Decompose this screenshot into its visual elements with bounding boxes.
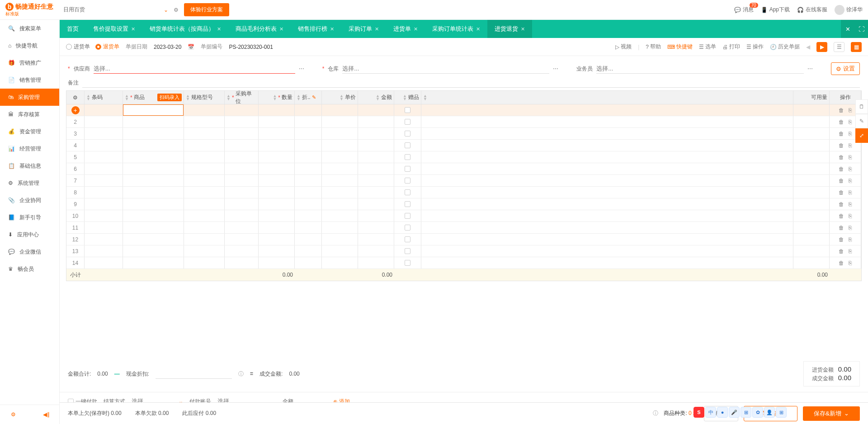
help-link[interactable]: ?帮助	[646, 43, 661, 51]
warehouse-lookup-icon[interactable]: ⋯	[553, 66, 558, 72]
close-icon[interactable]: ✕	[330, 26, 334, 32]
gift-checkbox[interactable]	[405, 119, 410, 125]
gear-icon[interactable]: ⚙	[73, 94, 78, 101]
collapse-icon[interactable]: ◀∥	[40, 409, 52, 420]
video-link[interactable]: ▷视频	[615, 43, 632, 51]
sidebar-item-5[interactable]: 🏛库存核算	[0, 106, 59, 123]
col-product[interactable]: 商品	[134, 94, 145, 101]
gift-checkbox[interactable]	[405, 189, 410, 195]
table-row[interactable]: 11🗑⎘	[66, 222, 861, 234]
calendar-icon[interactable]: 📅	[188, 44, 194, 50]
tab-0[interactable]: 首页	[60, 20, 86, 38]
copy-icon[interactable]: ⎘	[849, 225, 852, 231]
experience-button[interactable]: 体验行业方案	[184, 3, 229, 16]
copy-icon[interactable]: ⎘	[849, 248, 852, 254]
sidebar-item-4[interactable]: 🛍采购管理	[0, 89, 59, 106]
tab-7[interactable]: 采购订单统计表✕	[425, 20, 487, 38]
radio-purchase-in[interactable]: 进货单	[66, 43, 90, 51]
delete-icon[interactable]: 🗑	[839, 154, 844, 160]
sidebar-item-11[interactable]: 📘新手引导	[0, 209, 59, 226]
close-icon[interactable]: ✕	[131, 26, 135, 32]
copy-icon[interactable]: ⎘	[849, 236, 852, 243]
copy-icon[interactable]: ⎘	[849, 107, 852, 113]
col-avail[interactable]: 可用量	[811, 94, 827, 101]
gift-checkbox[interactable]	[405, 107, 410, 113]
remark-input[interactable]	[82, 78, 860, 88]
clerk-input[interactable]	[596, 64, 804, 74]
sidebar-item-1[interactable]: ⌂快捷导航	[0, 37, 59, 54]
table-row[interactable]: 12🗑⎘	[66, 234, 861, 245]
view-list-icon[interactable]: ☰	[834, 42, 844, 52]
col-discount[interactable]: 折..	[302, 94, 311, 101]
note-icon[interactable]: 🗒	[855, 99, 868, 114]
col-gift[interactable]: 赠品	[408, 94, 419, 101]
copy-icon[interactable]: ⎘	[849, 213, 852, 219]
delete-icon[interactable]: 🗑	[839, 213, 844, 219]
delete-icon[interactable]: 🗑	[839, 142, 844, 149]
help-icon[interactable]: ⓘ	[238, 370, 244, 378]
close-icon[interactable]: ✕	[375, 26, 379, 32]
delete-icon[interactable]: 🗑	[839, 119, 844, 125]
col-price[interactable]: 单价	[345, 94, 356, 101]
gift-checkbox[interactable]	[405, 236, 410, 242]
user-menu[interactable]: 徐泽华	[835, 5, 863, 15]
copy-icon[interactable]: ⎘	[849, 154, 852, 160]
history-link[interactable]: 🕘 历史单据	[770, 43, 800, 51]
view-grid-icon[interactable]: ▦	[851, 42, 862, 52]
col-unit[interactable]: 采购单位	[236, 90, 256, 105]
delete-icon[interactable]: 🗑	[839, 131, 844, 137]
col-spec[interactable]: 规格型号	[191, 94, 213, 101]
sidebar-item-14[interactable]: ♛畅会员	[0, 260, 59, 278]
gift-checkbox[interactable]	[405, 166, 410, 172]
sidebar-item-13[interactable]: 💬企业微信	[0, 243, 59, 260]
settings-gear-icon[interactable]: ⚙	[7, 409, 19, 420]
save-and-new-button[interactable]: 保存&新增 ⌄	[803, 406, 860, 421]
table-row[interactable]: 2🗑⎘	[66, 116, 861, 128]
gift-checkbox[interactable]	[405, 225, 410, 231]
gear-icon[interactable]: ⚙	[174, 7, 179, 13]
sidebar-item-0[interactable]: 🔍搜索菜单	[0, 20, 59, 37]
warehouse-input[interactable]	[342, 64, 549, 74]
gift-checkbox[interactable]	[405, 248, 410, 254]
close-icon[interactable]: ✕	[476, 26, 480, 32]
gift-checkbox[interactable]	[405, 213, 410, 219]
supplier-lookup-icon[interactable]: ⋯	[299, 66, 304, 72]
tab-3[interactable]: 商品毛利分析表✕	[228, 20, 291, 38]
settings-button[interactable]: ⚙设置	[831, 62, 860, 75]
delete-icon[interactable]: 🗑	[839, 178, 844, 184]
print-link[interactable]: 🖨 打印	[722, 43, 740, 51]
copy-icon[interactable]: ⎘	[849, 166, 852, 172]
delete-icon[interactable]: 🗑	[839, 236, 844, 243]
copy-icon[interactable]: ⎘	[849, 142, 852, 149]
scan-tag[interactable]: 扫码录入	[157, 94, 182, 101]
messages-link[interactable]: 💬消息 70	[734, 6, 754, 14]
fullscreen-button[interactable]: ⛶	[854, 20, 868, 38]
table-row[interactable]: 14🗑⎘	[66, 257, 861, 269]
close-icon[interactable]: ✕	[217, 26, 221, 32]
close-icon[interactable]: ✕	[414, 26, 418, 32]
tab-4[interactable]: 销售排行榜✕	[291, 20, 341, 38]
tab-2[interactable]: 销货单统计表（按商品）✕	[142, 20, 228, 38]
table-row[interactable]: 7🗑⎘	[66, 175, 861, 187]
table-row[interactable]: +🗑⎘	[66, 104, 861, 116]
table-row[interactable]: 9🗑⎘	[66, 198, 861, 210]
tab-8[interactable]: 进货退货✕	[487, 20, 532, 38]
copy-icon[interactable]: ⎘	[849, 178, 852, 184]
customer-service-link[interactable]: 🎧在线客服	[797, 6, 827, 14]
add-row-icon[interactable]: +	[71, 106, 80, 114]
nav-prev-icon[interactable]: ◀	[806, 44, 810, 50]
tab-1[interactable]: 售价提取设置✕	[86, 20, 142, 38]
app-download-link[interactable]: 📱App下载	[761, 6, 790, 14]
close-all-tabs-button[interactable]: ✕	[841, 20, 854, 38]
col-amount[interactable]: 金额	[381, 94, 392, 101]
gift-checkbox[interactable]	[405, 142, 410, 148]
tab-5[interactable]: 采购订单✕	[341, 20, 386, 38]
delete-icon[interactable]: 🗑	[839, 107, 844, 113]
table-row[interactable]: 10🗑⎘	[66, 210, 861, 222]
sidebar-item-7[interactable]: 📊经营管理	[0, 140, 59, 157]
select-order-link[interactable]: ☰ 选单	[699, 43, 716, 51]
cash-discount-input[interactable]	[156, 369, 232, 379]
supplier-input[interactable]	[94, 64, 295, 74]
expand-panel-icon[interactable]: ⤢	[855, 128, 868, 143]
edit-icon[interactable]: ✎	[312, 94, 316, 100]
